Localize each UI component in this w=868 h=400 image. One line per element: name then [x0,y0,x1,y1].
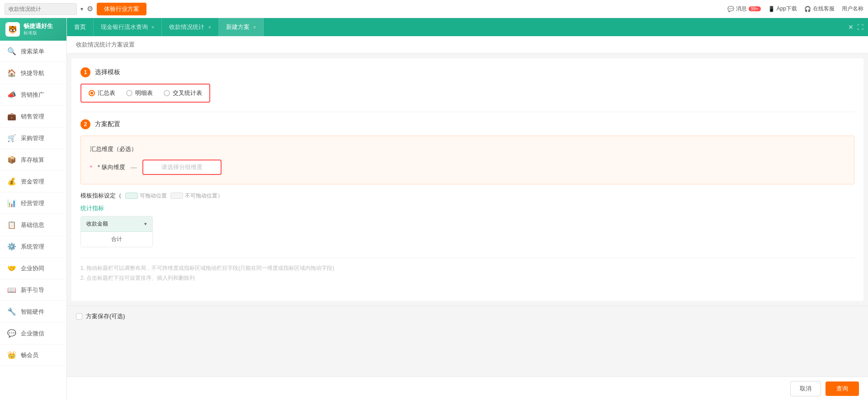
radio-summary[interactable]: 汇总表 [89,89,115,97]
tab-home-label: 首页 [74,23,86,31]
sidebar-label-hardware: 智能硬件 [21,308,44,316]
sidebar-item-inventory[interactable]: 📦 库存核算 [0,149,66,171]
sidebar-label-management: 经营管理 [21,199,44,207]
sidebar-label-search: 搜索菜单 [21,47,44,56]
sidebar-label-purchase: 采购管理 [21,134,44,142]
radio-summary-label: 汇总表 [98,89,115,97]
tab-maximize[interactable]: ⛶ [857,24,863,31]
message-action[interactable]: 💬 消息 99+ [727,5,761,13]
step1-title: 选择模板 [95,68,120,76]
sidebar-item-marketing[interactable]: 📣 营销推广 [0,84,66,106]
sidebar-item-guide[interactable]: 📖 新手引导 [0,279,66,301]
download-action[interactable]: 📱 App下载 [768,5,797,13]
save-checkbox[interactable] [76,313,82,320]
dimension-required-mark: * [90,164,92,171]
tab-close-window[interactable]: ✕ [848,24,854,31]
top-header: ▾ ⚙ 体验行业方案 💬 消息 99+ 📱 App下载 🎧 在线客服 用户名称 [0,0,868,18]
sidebar-item-sales[interactable]: 💼 销售管理 [0,106,66,127]
metric-table: 收款金额 ▾ 合计 [80,216,153,247]
header-right: 💬 消息 99+ 📱 App下载 🎧 在线客服 用户名称 [727,5,863,13]
settings-btn[interactable]: ⚙ [87,5,93,13]
sidebar-item-finance[interactable]: 💰 资金管理 [0,171,66,193]
tab-actions: ✕ ⛶ [844,18,868,36]
stats-label: 统计指标 [80,205,104,212]
radio-cross[interactable]: 交叉统计表 [164,89,202,97]
metric-col-header: 收款金额 [86,220,108,228]
sidebar-item-nav[interactable]: 🏠 快捷导航 [0,62,66,84]
tab-newplan[interactable]: 新建方案 × [219,18,264,36]
divider [80,112,854,112]
sales-icon: 💼 [7,112,16,121]
main-layout: 🐯 畅捷通好生 标准版 🔍 搜索菜单 🏠 快捷导航 📣 营销推广 💼 销售管理 … [0,18,868,400]
cancel-button[interactable]: 取消 [790,381,821,396]
sidebar-item-collab[interactable]: 🤝 企业协同 [0,258,66,279]
tab-cashflow-label: 现金银行流水查询 [101,23,148,31]
step1-header: 1 选择模板 [80,67,854,77]
breadcrumb-input[interactable] [5,3,77,15]
dimension-select[interactable]: 请选择分组维度 [142,160,222,175]
download-label: App下载 [777,5,797,13]
query-button[interactable]: 查询 [826,381,859,396]
sidebar-item-member[interactable]: 👑 畅会员 [0,344,66,366]
radio-cross-circle [164,90,170,96]
content-area: 首页 现金银行流水查询 × 收款情况统计 × 新建方案 × ✕ ⛶ 收款情况统计… [67,18,868,400]
member-icon: 👑 [7,351,16,359]
sidebar-item-purchase[interactable]: 🛒 采购管理 [0,127,66,149]
step2-header: 2 方案配置 [80,119,854,129]
metric-dropdown-icon[interactable]: ▾ [144,221,147,227]
sidebar-item-wechat[interactable]: 💬 企业微信 [0,323,66,344]
search-icon: 🔍 [7,47,16,56]
tab-cashflow[interactable]: 现金银行流水查询 × [94,18,162,36]
save-option: 方案保存(可选) [67,306,868,327]
step2-section: 2 方案配置 汇总维度（必选） * * 纵向维度 — 请选择分组维度 [80,119,854,283]
user-name: 用户名称 [842,5,863,13]
sidebar-label-sales: 销售管理 [21,113,44,121]
dimension-field-label: * 纵向维度 [98,163,125,171]
tab-home[interactable]: 首页 [67,18,94,36]
sidebar-label-nav: 快捷导航 [21,69,44,77]
trial-button[interactable]: 体验行业方案 [97,3,146,15]
page-title: 收款情况统计方案设置 [76,41,135,48]
download-icon: 📱 [768,6,775,12]
dimension-row: * * 纵向维度 — 请选择分组维度 [90,160,845,175]
message-icon: 💬 [727,6,734,12]
sidebar-item-search[interactable]: 🔍 搜索菜单 [0,41,66,62]
sidebar-item-basicinfo[interactable]: 📋 基础信息 [0,214,66,236]
template-options: 汇总表 明细表 交叉统计表 [80,84,210,103]
tab-collection-close[interactable]: × [208,24,211,30]
draggable-legend-label: 可拖动位置 [140,192,167,200]
tips-section: 1. 拖动标题栏可以调整布局，不可跨维度或指标区域拖动栏目字段(只能在同一维度或… [80,258,854,283]
step1-section: 1 选择模板 汇总表 明细表 [80,67,854,103]
system-icon: ⚙️ [7,242,16,251]
logo-text: 畅捷通好生 [24,23,53,30]
sidebar-label-basicinfo: 基础信息 [21,221,44,229]
message-label: 消息 [736,5,747,13]
sidebar-label-member: 畅会员 [21,351,38,359]
tab-newplan-label: 新建方案 [226,23,250,31]
logo-icon: 🐯 [5,22,20,37]
radio-detail[interactable]: 明细表 [126,89,153,97]
logo-tag: 标准版 [24,30,53,36]
message-badge: 99+ [749,6,761,11]
metrics-section-label-prefix: 模板指标设定（ [80,192,122,200]
service-label: 在线客服 [813,5,835,13]
management-icon: 📊 [7,199,16,207]
sidebar-item-hardware[interactable]: 🔧 智能硬件 [0,301,66,323]
page-header: 收款情况统计方案设置 [67,36,868,54]
sidebar-label-guide: 新手引导 [21,286,44,294]
sidebar-label-inventory: 库存核算 [21,156,44,164]
sidebar-item-system[interactable]: ⚙️ 系统管理 [0,236,66,258]
marketing-icon: 📣 [7,90,16,99]
metric-table-header[interactable]: 收款金额 ▾ [81,216,152,232]
tab-collection[interactable]: 收款情况统计 × [162,18,218,36]
sidebar-item-management[interactable]: 📊 经营管理 [0,193,66,214]
logo-area: 🐯 畅捷通好生 标准版 [0,18,66,41]
chevron-down-btn[interactable]: ▾ [80,6,83,12]
radio-summary-circle [89,90,95,96]
metric-col-row: 合计 [111,236,122,242]
footer-bar: 取消 查询 [67,376,868,400]
collab-icon: 🤝 [7,264,16,273]
service-action[interactable]: 🎧 在线客服 [804,5,835,13]
tab-cashflow-close[interactable]: × [151,24,154,30]
tab-newplan-close[interactable]: × [253,24,256,30]
